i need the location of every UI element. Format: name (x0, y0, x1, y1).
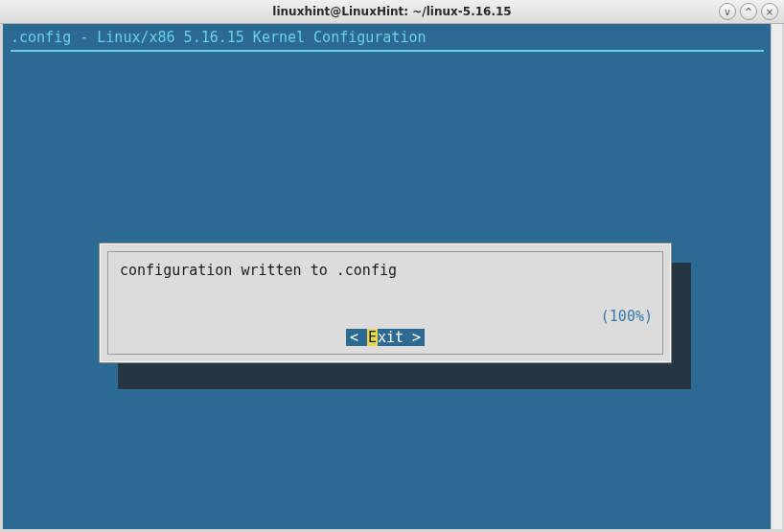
maximize-button[interactable]: ^ (740, 3, 757, 20)
progress-indicator: (100%) (601, 308, 653, 325)
window-titlebar: linuxhint@LinuxHint: ~/linux-5.16.15 v ^… (0, 0, 784, 24)
terminal-viewport: .config - Linux/x86 5.16.15 Kernel Confi… (3, 24, 771, 529)
exit-button-rest: xit > (378, 329, 421, 346)
close-button[interactable]: × (761, 3, 778, 20)
exit-button[interactable]: < Exit > (346, 329, 425, 346)
header-separator (11, 50, 764, 52)
window-controls: v ^ × (719, 3, 778, 20)
dialog-message: configuration written to .config (120, 262, 651, 279)
scrollbar[interactable] (771, 24, 782, 529)
minimize-button[interactable]: v (719, 3, 736, 20)
exit-button-hotkey: E (367, 329, 378, 346)
window-title: linuxhint@LinuxHint: ~/linux-5.16.15 (0, 5, 784, 18)
dialog-frame: configuration written to .config (100%) … (107, 251, 663, 355)
config-dialog: configuration written to .config (100%) … (99, 243, 672, 363)
exit-button-left: < (350, 329, 367, 346)
dialog-button-row: < Exit > (108, 329, 662, 346)
config-header: .config - Linux/x86 5.16.15 Kernel Confi… (3, 24, 771, 46)
